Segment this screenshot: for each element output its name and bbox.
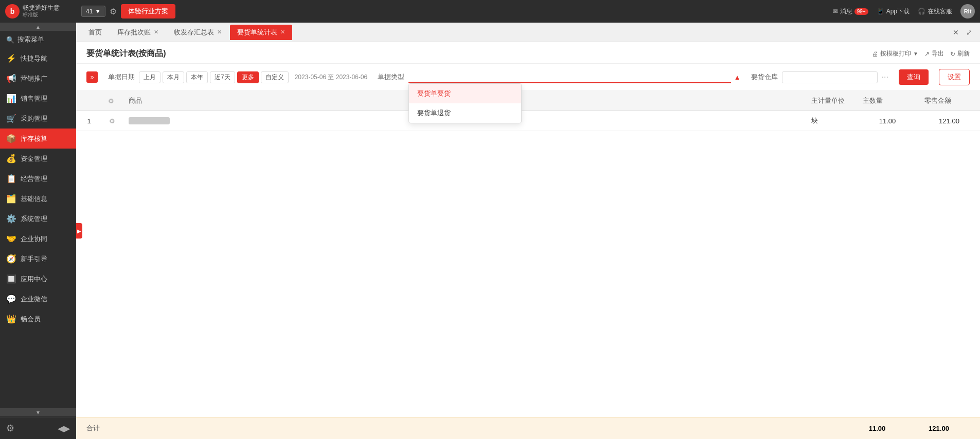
title-actions: 🖨 按模板打印 ▼ ↗ 导出 ↻ 刷新 xyxy=(872,49,970,58)
expand-button[interactable]: » xyxy=(86,71,98,83)
sidebar-icon-quick-nav: ⚡ xyxy=(6,53,16,63)
table-row: 1 ⚙ 块 11.00 121.00 xyxy=(76,111,980,131)
sidebar-item-system[interactable]: ⚙️ 系统管理 xyxy=(0,209,76,229)
sidebar-item-guide[interactable]: 🧭 新手引导 xyxy=(0,249,76,269)
row-unit: 块 xyxy=(805,111,857,131)
sidebar-icon-enterprise: 🤝 xyxy=(6,234,16,244)
tab-label-batch-account: 库存批次账 xyxy=(117,28,151,37)
sidebar-label-inventory: 库存核算 xyxy=(21,134,47,143)
sidebar-scroll-up[interactable]: ▲ xyxy=(0,23,76,31)
app-download-item[interactable]: 📱 App下载 xyxy=(877,7,910,16)
dropdown-item-order-goods[interactable]: 要货单要货 xyxy=(409,84,521,103)
sidebar-item-enterprise[interactable]: 🤝 企业协同 xyxy=(0,229,76,249)
user-avatar[interactable]: Rit xyxy=(960,4,975,19)
last-month-btn[interactable]: 上月 xyxy=(139,71,161,83)
maximize-window-button[interactable]: ⤢ xyxy=(964,27,975,38)
sidebar-item-app-center[interactable]: 🔲 应用中心 xyxy=(0,269,76,289)
settings-button[interactable]: 设置 xyxy=(939,69,970,85)
online-service-item[interactable]: 🎧 在线客服 xyxy=(918,7,952,16)
download-icon: 📱 xyxy=(877,8,884,15)
sidebar-item-wechat[interactable]: 💬 企业微信 xyxy=(0,289,76,309)
settings-gear-icon[interactable]: ⚙ xyxy=(108,97,114,105)
type-input[interactable] xyxy=(408,71,731,83)
summary-qty: 11.00 xyxy=(846,425,908,432)
type-input-wrapper: ▲ xyxy=(408,71,741,83)
sidebar-icon-vip: 👑 xyxy=(6,314,16,324)
sidebar-label-quick-nav: 快捷导航 xyxy=(21,54,47,63)
sidebar-icon-guide: 🧭 xyxy=(6,254,16,264)
sidebar-collapse-icon[interactable]: ◀▶ xyxy=(58,424,70,433)
sidebar-icon-basic-info: 🗂️ xyxy=(6,194,16,204)
sidebar-icon-inventory: 📦 xyxy=(6,134,16,143)
sidebar-item-quick-nav[interactable]: ⚡ 快捷导航 xyxy=(0,48,76,68)
tab-number-selector[interactable]: 41 ▼ xyxy=(81,6,105,17)
messages-badge: 99+ xyxy=(854,8,868,15)
filter-bar: » 单据日期 上月 本月 本年 近7天 更多 自定义 2023-05-06 至 … xyxy=(76,64,980,91)
tab-home[interactable]: 首页 xyxy=(81,25,109,40)
warehouse-input[interactable] xyxy=(782,71,878,83)
sidebar-scroll-down[interactable]: ▼ xyxy=(0,408,76,416)
last-7days-btn[interactable]: 近7天 xyxy=(210,71,235,83)
tab-order-summary[interactable]: 要货单统计表 ✕ xyxy=(230,25,292,40)
sidebar-item-basic-info[interactable]: 🗂️ 基础信息 xyxy=(0,189,76,209)
settings-icon[interactable]: ⚙ xyxy=(110,7,117,16)
dropdown-item-order-return[interactable]: 要货单退货 xyxy=(409,103,521,123)
sidebar-item-purchase[interactable]: 🛒 采购管理 xyxy=(0,108,76,129)
warehouse-filter-group: 要货仓库 ··· xyxy=(751,71,888,83)
sidebar-item-operations[interactable]: 📋 经营管理 xyxy=(0,169,76,189)
chevron-down-icon: ▼ xyxy=(95,8,101,15)
summary-bar: 合计 11.00 121.00 xyxy=(76,417,980,439)
sidebar-item-sales[interactable]: 📊 销售管理 xyxy=(0,88,76,108)
refresh-button[interactable]: ↻ 刷新 xyxy=(950,49,970,58)
sidebar-item-vip[interactable]: 👑 畅会员 xyxy=(0,309,76,329)
trial-button[interactable]: 体验行业方案 xyxy=(121,4,175,19)
more-options-icon[interactable]: ··· xyxy=(882,72,888,82)
tab-close-collect-summary[interactable]: ✕ xyxy=(217,29,222,35)
logo-icon: b xyxy=(5,4,20,19)
data-table: ⚙ 商品 主计量单位 主数量 零售金额 1 ⚙ 块 11.00 121.00 xyxy=(76,91,980,131)
sidebar-icon-finance: 💰 xyxy=(6,154,16,163)
sidebar-item-marketing[interactable]: 📢 营销推广 xyxy=(0,68,76,88)
warehouse-label: 要货仓库 xyxy=(751,72,778,82)
more-dates-btn[interactable]: 更多 xyxy=(237,71,259,83)
app-title: 畅捷通好生意 xyxy=(23,4,60,11)
date-label: 单据日期 xyxy=(108,72,135,82)
this-month-btn[interactable]: 本月 xyxy=(163,71,184,83)
custom-date-btn[interactable]: 自定义 xyxy=(261,71,289,83)
export-button[interactable]: ↗ 导出 xyxy=(924,49,944,58)
content-area: 首页库存批次账 ✕收发存汇总表 ✕要货单统计表 ✕ ✕ ⤢ 要货单统计表(按商品… xyxy=(76,23,980,439)
row-settings[interactable]: ⚙ xyxy=(102,111,122,131)
tab-batch-account[interactable]: 库存批次账 ✕ xyxy=(110,25,166,40)
chevron-up-icon[interactable]: ▲ xyxy=(734,74,741,81)
tab-label-collect-summary: 收发存汇总表 xyxy=(174,28,214,37)
tab-close-order-summary[interactable]: ✕ xyxy=(280,29,285,35)
refresh-icon: ↻ xyxy=(950,50,955,58)
sidebar-item-inventory[interactable]: 📦 库存核算 xyxy=(0,129,76,149)
col-unit: 主计量单位 xyxy=(805,91,857,111)
search-icon: 🔍 xyxy=(6,36,14,44)
sidebar-item-finance[interactable]: 💰 资金管理 xyxy=(0,149,76,169)
close-window-button[interactable]: ✕ xyxy=(950,27,961,38)
tab-close-batch-account[interactable]: ✕ xyxy=(154,29,158,35)
page-title: 要货单统计表(按商品) xyxy=(86,48,166,59)
tab-label-order-summary: 要货单统计表 xyxy=(237,28,277,37)
sidebar-icon-wechat: 💬 xyxy=(6,294,16,304)
this-year-btn[interactable]: 本年 xyxy=(186,71,208,83)
page-title-bar: 要货单统计表(按商品) 🖨 按模板打印 ▼ ↗ 导出 ↻ 刷新 xyxy=(76,42,980,64)
messages-item[interactable]: ✉ 消息 99+ xyxy=(833,7,868,16)
tab-collect-summary[interactable]: 收发存汇总表 ✕ xyxy=(167,25,229,40)
sidebar-search[interactable]: 🔍 搜索菜单 xyxy=(0,31,76,48)
print-template-button[interactable]: 🖨 按模板打印 ▼ xyxy=(872,49,918,58)
summary-amount: 121.00 xyxy=(908,425,970,432)
sidebar-bottom: ⚙ ◀▶ xyxy=(0,417,76,439)
type-label: 单据类型 xyxy=(378,72,404,82)
sidebar-label-sales: 销售管理 xyxy=(21,94,47,103)
type-dropdown-menu: 要货单要货要货单退货 xyxy=(408,83,522,123)
message-icon: ✉ xyxy=(833,8,838,15)
sidebar-label-operations: 经营管理 xyxy=(21,174,47,184)
sidebar-label-basic-info: 基础信息 xyxy=(21,194,47,204)
sidebar-label-purchase: 采购管理 xyxy=(21,114,47,123)
sidebar-settings-icon[interactable]: ⚙ xyxy=(6,423,14,434)
header-center: 41 ▼ ⚙ 体验行业方案 xyxy=(81,4,833,19)
query-button[interactable]: 查询 xyxy=(899,69,929,85)
